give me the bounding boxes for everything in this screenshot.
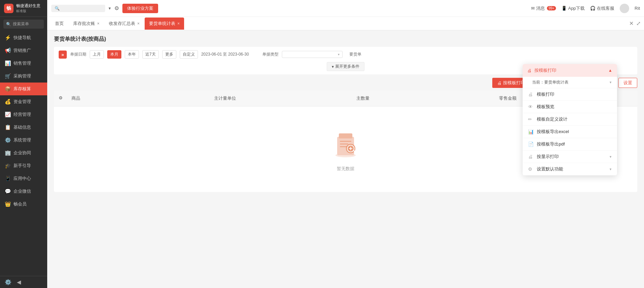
- current-year-button[interactable]: 本年: [125, 50, 139, 59]
- topbar-dropdown-chevron[interactable]: ▾: [109, 6, 111, 11]
- online-service-button[interactable]: 🎧 在线客服: [590, 5, 614, 11]
- app-download-button[interactable]: 📱 App下载: [561, 5, 585, 11]
- marketing-label: 营销推广: [13, 47, 31, 54]
- dropdown-item-export-excel[interactable]: 📊 按模板导出excel: [523, 126, 617, 138]
- sidebar-settings-icon[interactable]: ⚙️: [5, 279, 11, 285]
- purchase-icon: 🛒: [5, 73, 11, 79]
- operation-label: 经营管理: [13, 111, 31, 118]
- print-template-label: 按模板打印: [503, 80, 525, 86]
- quick-nav-label: 快捷导航: [13, 35, 31, 41]
- tabs-close-button[interactable]: ✕: [629, 20, 634, 27]
- expand-more-button[interactable]: ▾ 展开更多条件: [327, 62, 364, 71]
- sidebar-item-purchase[interactable]: 🛒 采购管理: [0, 70, 47, 83]
- system-icon: ⚙️: [5, 137, 11, 143]
- export-excel-icon: 📊: [528, 129, 533, 134]
- template-print-icon: 🖨: [528, 92, 533, 97]
- messages-badge: 99+: [547, 6, 556, 10]
- online-service-label: 在线客服: [597, 5, 614, 11]
- requisition-filter: 要货单: [349, 52, 361, 57]
- app-logo-text: 畅捷通好生意 标准版: [16, 3, 40, 13]
- sidebar-item-newbie[interactable]: 🎓 新手引导: [0, 159, 47, 172]
- sidebar-search-area[interactable]: 🔍 搜索菜单: [0, 17, 47, 31]
- tab-home[interactable]: 首页: [51, 18, 68, 30]
- prev-month-button[interactable]: 上月: [90, 50, 104, 59]
- sidebar-item-sales[interactable]: 📊 销售管理: [0, 57, 47, 70]
- tabs-actions: ✕ ⤢: [629, 20, 641, 27]
- tab-requisition-stats[interactable]: 要货单统计表 ×: [145, 18, 184, 30]
- dropdown-section-default-func[interactable]: ⚙ 设置默认功能 ▾: [523, 163, 617, 175]
- search-label: 搜索菜单: [13, 21, 29, 27]
- export-excel-label: 按模板导出excel: [537, 129, 569, 135]
- sidebar-nav: ⚡ 快捷导航 📢 营销推广 📊 销售管理 🛒 采购管理 📦 库存核算 💰 资金管…: [0, 31, 47, 276]
- service-icon: 🎧: [590, 6, 595, 11]
- svg-rect-3: [340, 141, 351, 142]
- sidebar-item-system[interactable]: ⚙️ 系统管理: [0, 134, 47, 147]
- tab-home-label: 首页: [55, 21, 64, 27]
- newbie-icon: 🎓: [5, 163, 11, 169]
- th-unit: 主计量单位: [210, 93, 353, 103]
- tab-inventory-batch-close[interactable]: ×: [97, 21, 99, 26]
- sidebar-item-enterprise[interactable]: 🏢 企业协同: [0, 147, 47, 159]
- th-settings[interactable]: ⚙: [54, 93, 67, 103]
- topbar-gear-icon[interactable]: ⚙: [114, 5, 119, 11]
- app-logo-icon: 畅: [4, 4, 13, 13]
- dropdown-section-display-print[interactable]: 🖨 按显示打印 ▾: [523, 151, 617, 163]
- dropdown-item-template-custom[interactable]: ✏ 模板自定义设计: [523, 113, 617, 126]
- more-date-button[interactable]: 更多: [162, 50, 176, 59]
- sidebar-search-button[interactable]: 🔍 搜索菜单: [3, 20, 44, 29]
- sidebar-collapse-icon[interactable]: ◀: [17, 279, 21, 285]
- enterprise-label: 企业协同: [13, 150, 31, 156]
- export-pdf-icon: 📄: [528, 141, 533, 147]
- tab-requisition-stats-close[interactable]: ×: [177, 21, 180, 26]
- message-icon: ✉: [531, 6, 535, 11]
- avatar[interactable]: [620, 4, 629, 13]
- date-filter-label: 单据日期: [70, 52, 86, 57]
- member-label: 畅会员: [13, 201, 27, 207]
- display-print-arrow: ▾: [610, 155, 612, 159]
- trial-industry-button[interactable]: 体验行业方案: [122, 4, 158, 13]
- page-content: 要货单统计表(按商品) » 单据日期 上月 本月 本年 近7天 更多 自定义 2…: [47, 30, 644, 288]
- current-template-item[interactable]: 当前：要货单统计表 ▾: [523, 77, 617, 88]
- finance-label: 资金管理: [13, 99, 31, 105]
- messages-button[interactable]: ✉ 消息 99+: [531, 5, 556, 11]
- quick-nav-icon: ⚡: [5, 35, 11, 41]
- sidebar-item-app-center[interactable]: 📱 应用中心: [0, 172, 47, 185]
- filter-expand-button[interactable]: »: [59, 51, 67, 59]
- dropdown-item-template-print[interactable]: 🖨 模板打印: [523, 88, 617, 101]
- sidebar-item-member[interactable]: 👑 畅会员: [0, 198, 47, 211]
- user-name[interactable]: Rit: [635, 6, 640, 11]
- tab-collection-summary[interactable]: 收发存汇总表 ×: [105, 18, 144, 30]
- settings-button[interactable]: 设置: [618, 78, 637, 88]
- dropdown-title: 🖨 按模板打印: [527, 67, 556, 73]
- wechat-icon: 💬: [5, 188, 11, 194]
- current-month-button[interactable]: 本月: [107, 50, 121, 59]
- dropdown-up-arrow[interactable]: ▲: [608, 68, 612, 73]
- sidebar-item-quick-nav[interactable]: ⚡ 快捷导航: [0, 31, 47, 44]
- display-print-icon: 🖨: [528, 154, 533, 159]
- default-func-icon: ⚙: [528, 166, 533, 172]
- default-func-arrow: ▾: [610, 167, 612, 171]
- topbar-search[interactable]: 🔍: [51, 5, 105, 12]
- sidebar-item-wechat[interactable]: 💬 企业微信: [0, 185, 47, 198]
- date-range-text: 2023-06-01 至 2023-06-30: [201, 52, 249, 57]
- dropdown-header: 🖨 按模板打印 ▲: [523, 64, 617, 77]
- order-type-filter: 单据类型 ▾: [262, 51, 343, 58]
- custom-date-button[interactable]: 自定义: [180, 50, 198, 59]
- sidebar-item-operation[interactable]: 📈 经营管理: [0, 108, 47, 121]
- sidebar-item-marketing[interactable]: 📢 营销推广: [0, 44, 47, 57]
- dropdown-title-text: 按模板打印: [534, 67, 556, 73]
- system-label: 系统管理: [13, 137, 31, 143]
- tab-inventory-batch[interactable]: 库存批次账 ×: [69, 18, 104, 30]
- last-7-days-button[interactable]: 近7天: [142, 50, 159, 59]
- operation-icon: 📈: [5, 111, 11, 118]
- dropdown-item-export-pdf[interactable]: 📄 按模板导出pdf: [523, 138, 617, 151]
- sidebar-item-basic-info[interactable]: 📋 基础信息: [0, 121, 47, 134]
- dropdown-item-template-preview[interactable]: 👁 模板预览: [523, 101, 617, 113]
- sidebar-item-finance[interactable]: 💰 资金管理: [0, 95, 47, 108]
- order-type-select[interactable]: ▾: [282, 51, 343, 58]
- tabs-expand-button[interactable]: ⤢: [636, 20, 641, 27]
- messages-label: 消息: [536, 5, 545, 11]
- sidebar-logo: 畅 畅捷通好生意 标准版: [0, 0, 47, 17]
- tab-collection-summary-close[interactable]: ×: [137, 21, 140, 26]
- sidebar-item-inventory[interactable]: 📦 库存核算: [0, 83, 47, 95]
